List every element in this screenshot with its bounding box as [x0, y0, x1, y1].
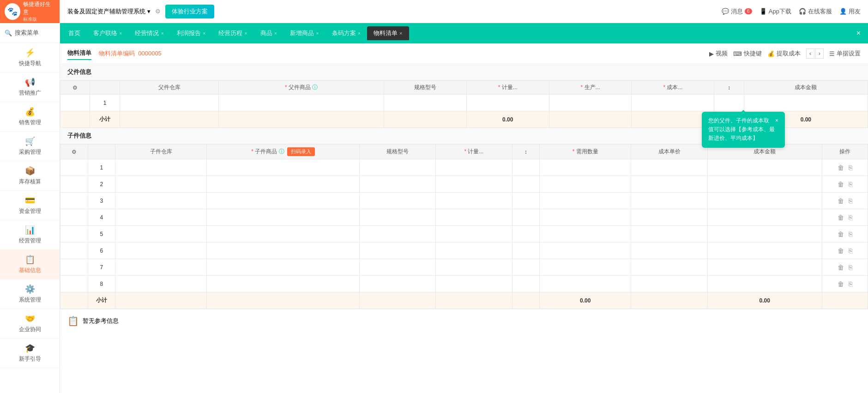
delete-row-button[interactable]: 🗑 — [836, 197, 845, 205]
app-download-button[interactable]: 📱 App下载 — [760, 7, 791, 16]
prev-button[interactable]: ‹ — [806, 48, 814, 59]
child-row-warehouse[interactable] — [115, 276, 207, 292]
child-row-warehouse[interactable] — [115, 259, 207, 276]
child-row-product[interactable] — [207, 226, 360, 242]
nav-tab-条码方案[interactable]: 条码方案× — [326, 26, 367, 40]
copy-row-button[interactable]: ⎘ — [847, 264, 854, 271]
child-row-spec[interactable] — [359, 159, 435, 176]
copy-row-button[interactable]: ⎘ — [847, 164, 854, 171]
parent-row-warehouse[interactable] — [120, 95, 219, 111]
child-row-unit[interactable] — [436, 276, 512, 292]
nav-tab-close-icon[interactable]: × — [358, 30, 361, 36]
child-row-product[interactable] — [207, 276, 360, 292]
sidebar-item-快捷导航[interactable]: ⚡快捷导航 — [0, 43, 60, 73]
child-row-unit[interactable] — [436, 242, 512, 259]
child-row-spec[interactable] — [359, 209, 435, 226]
nav-tab-经营历程[interactable]: 经营历程× — [212, 26, 253, 40]
parent-row-product[interactable] — [219, 95, 384, 111]
copy-row-button[interactable]: ⎘ — [847, 230, 854, 238]
nav-tab-close-icon[interactable]: × — [244, 30, 247, 36]
child-row-unit[interactable] — [436, 226, 512, 242]
sidebar-item-营销推广[interactable]: 📢营销推广 — [0, 73, 60, 102]
sidebar-item-经营管理[interactable]: 📊经营管理 — [0, 220, 60, 250]
delete-row-button[interactable]: 🗑 — [836, 214, 845, 221]
child-row-qty[interactable] — [540, 176, 631, 193]
child-row-spec[interactable] — [359, 193, 435, 209]
sidebar-item-库存核算[interactable]: 📦库存核算 — [0, 161, 60, 191]
child-row-unit[interactable] — [436, 193, 512, 209]
nav-tab-商品[interactable]: 商品× — [254, 26, 283, 40]
nav-tab-close-icon[interactable]: × — [274, 30, 277, 36]
child-row-spec[interactable] — [359, 259, 435, 276]
nav-tab-首页[interactable]: 首页 — [62, 26, 87, 40]
online-service-button[interactable]: 🎧 在线客服 — [799, 7, 832, 16]
child-row-qty[interactable] — [540, 226, 631, 242]
child-col-settings[interactable]: ⚙ — [60, 145, 88, 159]
child-row-warehouse[interactable] — [115, 159, 207, 176]
delete-row-button[interactable]: 🗑 — [836, 230, 845, 238]
delete-row-button[interactable]: 🗑 — [836, 264, 845, 271]
child-row-spec[interactable] — [359, 226, 435, 242]
settings-icon[interactable]: ⚙ — [155, 8, 161, 15]
child-row-spec[interactable] — [359, 242, 435, 259]
extract-cost-button[interactable]: 💰 提取成本 — [767, 49, 801, 58]
child-row-product[interactable] — [207, 176, 360, 193]
parent-row-unit[interactable] — [466, 95, 549, 111]
child-row-warehouse[interactable] — [115, 209, 207, 226]
child-row-warehouse[interactable] — [115, 176, 207, 193]
delete-row-button[interactable]: 🗑 — [836, 164, 845, 171]
nav-tab-物料清单[interactable]: 物料清单× — [367, 26, 409, 40]
copy-row-button[interactable]: ⎘ — [847, 280, 854, 288]
nav-tab-close-icon[interactable]: × — [203, 30, 205, 36]
sidebar-item-采购管理[interactable]: 🛒采购管理 — [0, 132, 60, 161]
child-row-qty[interactable] — [540, 276, 631, 292]
child-row-warehouse[interactable] — [115, 193, 207, 209]
parent-row-mfg[interactable] — [549, 95, 632, 111]
next-button[interactable]: › — [815, 48, 824, 59]
close-all-tabs-button[interactable]: × — [851, 29, 866, 37]
child-row-spec[interactable] — [359, 176, 435, 193]
nav-tab-close-icon[interactable]: × — [316, 30, 319, 36]
child-row-product[interactable] — [207, 259, 360, 276]
child-row-qty[interactable] — [540, 259, 631, 276]
nav-tab-客户联络[interactable]: 客户联络× — [87, 26, 128, 40]
sidebar-item-企业协同[interactable]: 🤝企业协同 — [0, 309, 60, 339]
parent-row-spec[interactable] — [384, 95, 467, 111]
sidebar-item-新手引导[interactable]: 🎓新手引导 — [0, 339, 60, 368]
child-row-warehouse[interactable] — [115, 242, 207, 259]
copy-row-button[interactable]: ⎘ — [847, 214, 854, 221]
parent-row-cost[interactable] — [632, 95, 714, 111]
child-row-unit[interactable] — [436, 176, 512, 193]
child-row-qty[interactable] — [540, 209, 631, 226]
sidebar-item-系统管理[interactable]: ⚙️系统管理 — [0, 279, 60, 309]
copy-row-button[interactable]: ⎘ — [847, 197, 854, 205]
nav-tab-close-icon[interactable]: × — [399, 30, 402, 36]
trial-button[interactable]: 体验行业方案 — [165, 5, 214, 18]
video-button[interactable]: ▶ 视频 — [709, 49, 728, 58]
message-button[interactable]: 💬 消息 6 — [722, 7, 752, 16]
shortcut-button[interactable]: ⌨ 快捷键 — [733, 49, 762, 58]
sub-tab-bom[interactable]: 物料清单 — [67, 47, 91, 60]
nav-tab-新增商品[interactable]: 新增商品× — [283, 26, 325, 40]
copy-row-button[interactable]: ⎘ — [847, 247, 854, 254]
child-row-spec[interactable] — [359, 276, 435, 292]
child-row-warehouse[interactable] — [115, 226, 207, 242]
delete-row-button[interactable]: 🗑 — [836, 280, 845, 288]
search-menu-button[interactable]: 🔍 搜索菜单 — [5, 27, 55, 39]
child-row-qty[interactable] — [540, 159, 631, 176]
child-row-unit[interactable] — [436, 159, 512, 176]
child-row-product[interactable] — [207, 242, 360, 259]
sidebar-item-资金管理[interactable]: 💳资金管理 — [0, 191, 60, 220]
delete-row-button[interactable]: 🗑 — [836, 181, 845, 188]
child-row-product[interactable] — [207, 209, 360, 226]
parent-col-settings[interactable]: ⚙ — [60, 81, 90, 95]
user-button[interactable]: 👤 用友 — [839, 7, 861, 16]
child-row-unit[interactable] — [436, 259, 512, 276]
child-row-product[interactable] — [207, 193, 360, 209]
nav-tab-close-icon[interactable]: × — [119, 30, 122, 36]
tooltip-close-button[interactable]: × — [775, 116, 778, 125]
copy-row-button[interactable]: ⎘ — [847, 181, 854, 188]
child-row-product[interactable] — [207, 159, 360, 176]
nav-tab-close-icon[interactable]: × — [161, 30, 163, 36]
child-row-qty[interactable] — [540, 242, 631, 259]
